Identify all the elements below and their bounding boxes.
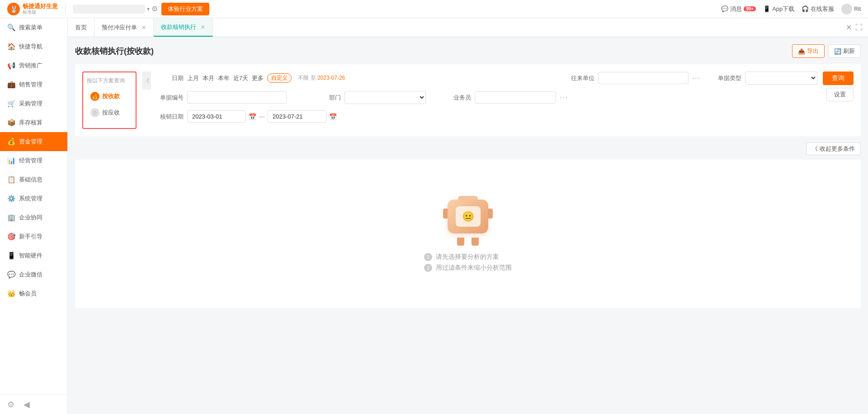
date-custom[interactable]: 自定义: [267, 73, 292, 83]
sidebar-item-label: 智能硬件: [19, 252, 42, 260]
receivable-icon: ⏱: [90, 108, 99, 117]
bill-no-input[interactable]: [187, 91, 287, 104]
dept-select[interactable]: [344, 91, 426, 104]
maximize-icon[interactable]: ⛶: [855, 24, 863, 32]
sidebar-item-inventory[interactable]: 📦 库存核算: [0, 113, 67, 132]
date-more[interactable]: 更多: [252, 74, 264, 82]
date-this-month[interactable]: 本月: [203, 74, 214, 82]
counterparty-input[interactable]: [598, 72, 689, 84]
filter-form: 日期 上月 本月 本年 近7天 更多 自定义 不限 至: [156, 71, 817, 129]
sidebar-item-label: 搜索菜单: [19, 24, 42, 32]
calendar-from-icon[interactable]: 📅: [249, 113, 256, 120]
search-icon: 🔍: [7, 24, 15, 32]
date-this-year[interactable]: 本年: [218, 74, 230, 82]
tab-prepay-close[interactable]: ✕: [142, 24, 146, 31]
enterprise-icon: 🏢: [7, 214, 15, 222]
sidebar-item-management[interactable]: 📊 经营管理: [0, 151, 67, 170]
dept-label: 部门: [314, 94, 341, 102]
gear-icon[interactable]: ⚙: [151, 5, 158, 13]
dept-field: 部门: [314, 91, 426, 104]
calendar-to-icon[interactable]: 📅: [329, 113, 337, 120]
sidebar-item-label: 企业微信: [19, 271, 42, 279]
sidebar-item-finance[interactable]: 💰 资金管理: [0, 132, 67, 151]
tip-text-1: 请先选择要分析的方案: [436, 253, 499, 261]
date-range: 📅 — 📅: [187, 110, 337, 123]
verify-date-to-input[interactable]: [268, 110, 326, 123]
online-service-label: 在线客服: [811, 5, 834, 13]
sidebar-item-guide[interactable]: 🎯 新手引导: [0, 227, 67, 246]
sidebar-item-label: 畅会员: [19, 290, 37, 298]
sidebar-item-search[interactable]: 🔍 搜索菜单: [0, 18, 67, 37]
refresh-label: 刷新: [843, 47, 855, 55]
collapse-filter-button[interactable]: 《: [142, 71, 151, 90]
close-window-icon[interactable]: ✕: [846, 23, 852, 32]
staff-more-icon[interactable]: ···: [560, 94, 568, 102]
export-button[interactable]: 📤 导出: [792, 44, 825, 58]
query-button[interactable]: 查询: [823, 71, 854, 85]
message-button[interactable]: 💬 消息 99+: [721, 5, 756, 13]
marketing-icon: 📢: [7, 62, 15, 70]
sidebar-item-label: 快捷导航: [19, 43, 42, 51]
sidebar-item-nav[interactable]: 🏠 快捷导航: [0, 37, 67, 56]
main-layout: 🔍 搜索菜单 🏠 快捷导航 📢 营销推广 💼 销售管理 🛒 采购管理 📦 库存核…: [0, 18, 868, 414]
tab-bar: 首页 预付冲应付单 ✕ 收款核销执行 ✕ ✕ ⛶: [68, 18, 868, 37]
verify-date-from-input[interactable]: [187, 110, 246, 123]
tab-bar-right: ✕ ⛶: [840, 18, 868, 37]
app-download-label: App下载: [772, 5, 794, 13]
sidebar-item-marketing[interactable]: 📢 营销推广: [0, 56, 67, 75]
filter-option-by-receivable[interactable]: ⏱ 按应收: [87, 105, 132, 120]
headset-icon: 🎧: [802, 5, 809, 12]
staff-input[interactable]: [475, 91, 556, 104]
home-icon: 🏠: [7, 43, 15, 51]
system-icon: ⚙️: [7, 195, 15, 203]
sidebar: 🔍 搜索菜单 🏠 快捷导航 📢 营销推广 💼 销售管理 🛒 采购管理 📦 库存核…: [0, 18, 68, 414]
sidebar-item-member[interactable]: 👑 畅会员: [0, 284, 67, 303]
management-icon: 📊: [7, 157, 15, 165]
bill-type-field: 单据类型: [714, 71, 817, 85]
hardware-icon: 📱: [7, 252, 15, 260]
solution-button[interactable]: 体验行业方案: [161, 3, 209, 15]
basic-icon: 📋: [7, 176, 15, 184]
sidebar-item-label: 采购管理: [19, 100, 42, 108]
top-bar: 🐰 畅捷通好生意 标准版 ▾ ⚙ 体验行业方案 💬 消息 99+ 📱 App下载…: [0, 0, 868, 18]
sidebar-item-basic[interactable]: 📋 基础信息: [0, 170, 67, 189]
app-download-button[interactable]: 📱 App下载: [763, 5, 794, 13]
settings-bottom-icon[interactable]: ⚙: [7, 400, 14, 409]
receipt-icon: 💰: [90, 92, 99, 101]
verify-date-field: 核销日期 📅 — 📅: [156, 110, 337, 123]
edition-text: 标准版: [23, 10, 58, 15]
tab-receipts[interactable]: 收款核销执行 ✕: [154, 18, 213, 37]
date-last-month[interactable]: 上月: [187, 74, 199, 82]
tip-text-2: 用过滤条件来缩小分析范围: [436, 264, 512, 272]
date-7days[interactable]: 近7天: [233, 74, 248, 82]
tab-receipts-close[interactable]: ✕: [201, 24, 205, 30]
sidebar-item-sales[interactable]: 💼 销售管理: [0, 75, 67, 94]
sidebar-item-enterprise[interactable]: 🏢 企业协同: [0, 208, 67, 227]
counterparty-more-icon[interactable]: ···: [692, 74, 701, 82]
top-bar-left: 🐰 畅捷通好生意 标准版 ▾ ⚙ 体验行业方案: [7, 3, 209, 15]
export-icon: 📤: [798, 48, 805, 55]
bill-type-select[interactable]: [745, 71, 817, 85]
sales-icon: 💼: [7, 81, 15, 89]
tab-prepay[interactable]: 预付冲应付单 ✕: [94, 18, 154, 37]
sidebar-item-label: 系统管理: [19, 195, 42, 203]
collapse-more-button[interactable]: 《 收起更多条件: [806, 143, 861, 155]
sidebar-item-wechat[interactable]: 💬 企业微信: [0, 265, 67, 284]
counterparty-field: 往来单位 ···: [567, 72, 701, 84]
bill-type-label: 单据类型: [714, 74, 741, 82]
tab-receipts-label: 收款核销执行: [161, 23, 196, 31]
online-service-button[interactable]: 🎧 在线客服: [802, 5, 834, 13]
sidebar-item-purchase[interactable]: 🛒 采购管理: [0, 94, 67, 113]
message-label: 消息: [730, 5, 742, 13]
tab-home[interactable]: 首页: [68, 18, 94, 37]
refresh-button[interactable]: 🔄 刷新: [828, 44, 861, 58]
sidebar-item-hardware[interactable]: 📱 智能硬件: [0, 246, 67, 265]
filter-row-1: 日期 上月 本月 本年 近7天 更多 自定义 不限 至: [156, 71, 817, 85]
search-input[interactable]: [73, 5, 145, 14]
collapse-sidebar-icon[interactable]: ◀: [24, 400, 30, 409]
user-area[interactable]: Rit: [841, 4, 861, 14]
setting-button[interactable]: 设置: [826, 88, 854, 101]
sidebar-item-system[interactable]: ⚙️ 系统管理: [0, 189, 67, 208]
filter-option-by-receipt[interactable]: 💰 按收款: [87, 89, 132, 104]
logo-text: 畅捷通好生意: [23, 3, 58, 10]
